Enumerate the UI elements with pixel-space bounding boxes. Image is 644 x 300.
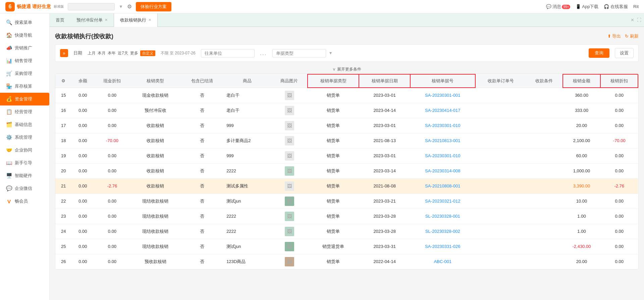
sidebar-item-search[interactable]: 🔍 搜索菜单 bbox=[0, 16, 49, 29]
export-button[interactable]: ⬆ 导出 bbox=[607, 33, 621, 39]
window-maximize-icon[interactable]: ⛶ bbox=[637, 17, 641, 23]
settings-gear-icon[interactable]: ⚙ bbox=[127, 3, 132, 10]
top-search-input[interactable] bbox=[68, 3, 115, 10]
row-verify-bill-no[interactable]: SA-20210808-001 bbox=[410, 178, 475, 194]
sidebar-item-wechat[interactable]: 💬 企业微信 bbox=[0, 182, 49, 195]
sidebar-item-purchase[interactable]: 🛒 采购管理 bbox=[0, 67, 49, 80]
tab-receipt[interactable]: 收款核销执行 ✕ bbox=[114, 13, 158, 27]
window-close-icon[interactable]: ✕ bbox=[631, 17, 634, 23]
date-more[interactable]: 更多 bbox=[130, 50, 138, 56]
row-include-settled: 否 bbox=[180, 194, 224, 209]
search-button[interactable]: 查询 bbox=[589, 48, 609, 58]
row-cash-discount: 0.00 bbox=[94, 239, 130, 254]
row-goods-img: 🖼 bbox=[271, 194, 308, 209]
row-verify-bill-no[interactable]: SA-20230301-010 bbox=[410, 148, 475, 163]
row-verify-type: 收款核销 bbox=[130, 148, 181, 163]
row-verify-bill-date: 2023-04-08 bbox=[359, 269, 410, 269]
sidebar-item-vip[interactable]: V 畅会员 bbox=[0, 195, 49, 208]
row-goods-img: 🖼 bbox=[271, 118, 308, 133]
row-verify-bill-no[interactable]: SA-20230321-012 bbox=[410, 194, 475, 209]
row-goods-img: 🖼 bbox=[271, 103, 308, 118]
row-verify-bill-no[interactable]: SA-20230301-001 bbox=[410, 88, 475, 103]
message-label: 消息 bbox=[552, 4, 561, 9]
sidebar-item-finance[interactable]: 💰 资金管理 bbox=[0, 93, 49, 105]
row-verify-bill-no[interactable]: SA-20230301-010 bbox=[410, 118, 475, 133]
sidebar-item-guide[interactable]: 📖 新手引导 bbox=[0, 157, 49, 169]
tab-home[interactable]: 首页 bbox=[50, 17, 70, 23]
voucher-type-dropdown-icon[interactable]: ▼ bbox=[329, 51, 333, 55]
row-receipt-condition bbox=[526, 209, 563, 224]
partner-dots-icon[interactable]: ... bbox=[260, 50, 267, 57]
main-content: 首页 预付冲应付单 ✕ 收款核销执行 ✕ ✕ ⛶ 收款核销执行(按收款) ⬆ 导… bbox=[50, 13, 644, 300]
voucher-type-filter-input[interactable] bbox=[272, 49, 326, 57]
tab-close-prepay[interactable]: ✕ bbox=[105, 18, 108, 22]
sidebar-item-inventory[interactable]: 🏪 库存核算 bbox=[0, 80, 49, 93]
row-verify-bill-no[interactable]: SL-20230408-001 bbox=[410, 269, 475, 269]
row-receipt-order-no bbox=[475, 88, 526, 103]
row-include-settled: 否 bbox=[180, 224, 224, 239]
filter-expand-button[interactable]: » bbox=[60, 49, 68, 57]
sidebar-item-business[interactable]: 📋 经营管理 bbox=[0, 105, 49, 118]
row-include-settled: 否 bbox=[180, 209, 224, 224]
row-goods: 测试多属性 bbox=[224, 178, 271, 194]
row-verify-bill-no[interactable]: SA-20230331-026 bbox=[410, 239, 475, 254]
col-icon[interactable]: ⚙ bbox=[55, 74, 72, 88]
row-verify-bill-no[interactable]: SA-20210813-001 bbox=[410, 133, 475, 148]
row-verify-amount: 333.00 bbox=[563, 103, 601, 118]
sidebar-item-enterprise[interactable]: 🤝 企业协同 bbox=[0, 144, 49, 157]
row-goods: 2222 bbox=[224, 209, 271, 224]
message-icon[interactable]: 💬 消息99+ bbox=[546, 4, 571, 10]
tab-prepay[interactable]: 预付冲应付单 ✕ bbox=[70, 13, 114, 27]
row-no: 24 bbox=[55, 224, 72, 239]
date-this-year[interactable]: 本年 bbox=[108, 50, 116, 56]
sidebar-item-base[interactable]: 🗂️ 基础信息 bbox=[0, 118, 49, 131]
sidebar-item-sales[interactable]: 📊 销售管理 bbox=[0, 54, 49, 67]
row-cash-discount: 0.00 bbox=[94, 194, 130, 209]
table-row: 23 0.00 0.00 现结收款核销 否 2222 🖼 销货单 2023-03… bbox=[55, 209, 638, 224]
setting-button[interactable]: 设置 bbox=[615, 48, 634, 58]
row-goods-img: 🖼 bbox=[271, 133, 308, 148]
date-7days[interactable]: 近7天 bbox=[118, 50, 128, 56]
sidebar-item-system[interactable]: ⚙️ 系统管理 bbox=[0, 131, 49, 144]
row-receipt-order-no bbox=[475, 178, 526, 194]
online-service-icon[interactable]: 🎧 在线客服 bbox=[604, 4, 628, 10]
table-row: 20 0.00 0.00 收款核销 否 2222 🖼 销货单 2023-03-1… bbox=[55, 163, 638, 178]
row-verify-bill-no[interactable]: SA-20230314-008 bbox=[410, 163, 475, 178]
guide-icon: 📖 bbox=[6, 160, 12, 166]
row-verify-bill-no[interactable]: SL-20230328-001 bbox=[410, 209, 475, 224]
row-verify-discount: 0.00 bbox=[600, 88, 638, 103]
table-row: 21 0.00 -2.76 收款核销 否 测试多属性 🖼 销货单 2021-08… bbox=[55, 178, 638, 194]
row-goods: 衣服00001 bbox=[224, 269, 271, 269]
expand-more-row[interactable]: ∨ 展开更多条件 bbox=[55, 65, 639, 74]
partner-filter-input[interactable] bbox=[201, 49, 255, 57]
row-goods: 2222 bbox=[224, 163, 271, 178]
row-verify-amount: 1.00 bbox=[563, 209, 601, 224]
sidebar-item-marketing[interactable]: 📣 营销推广 bbox=[0, 42, 49, 54]
row-goods: 老白干 bbox=[224, 103, 271, 118]
row-verify-bill-date: 2022-04-14 bbox=[359, 254, 410, 269]
row-verify-type: 现结收款核销 bbox=[130, 224, 181, 239]
refresh-button[interactable]: ↻ 刷新 bbox=[625, 33, 639, 39]
tab-bar-right: ✕ ⛶ bbox=[631, 17, 644, 23]
row-include-settled: 否 bbox=[180, 133, 224, 148]
row-verify-amount: 60.00 bbox=[563, 148, 601, 163]
username-display: Rit bbox=[633, 4, 639, 9]
tab-close-receipt[interactable]: ✕ bbox=[148, 18, 151, 22]
vip-icon: V bbox=[6, 198, 12, 204]
date-this-month[interactable]: 本月 bbox=[98, 50, 106, 56]
date-custom[interactable]: 自定义 bbox=[140, 50, 155, 56]
row-cash-discount: 0.00 bbox=[94, 148, 130, 163]
row-receipt-order-no bbox=[475, 148, 526, 163]
row-verify-discount: 0.00 bbox=[600, 148, 638, 163]
row-goods: 测试jun bbox=[224, 239, 271, 254]
search-dropdown-icon[interactable]: ▼ bbox=[119, 4, 123, 9]
sidebar-item-shortcut[interactable]: 🏠 快捷导航 bbox=[0, 29, 49, 42]
row-verify-type: 现金收款核销 bbox=[130, 88, 181, 103]
row-verify-bill-no[interactable]: ABC-001 bbox=[410, 254, 475, 269]
date-last-month[interactable]: 上月 bbox=[88, 50, 96, 56]
row-verify-bill-no[interactable]: SA-20230414-017 bbox=[410, 103, 475, 118]
app-download-icon[interactable]: 📱 App下载 bbox=[576, 4, 598, 10]
sidebar-item-hardware[interactable]: 🖥️ 智能硬件 bbox=[0, 169, 49, 182]
industry-solution-button[interactable]: 休验行业方案 bbox=[136, 2, 171, 11]
row-verify-bill-no[interactable]: SL-20230328-002 bbox=[410, 224, 475, 239]
